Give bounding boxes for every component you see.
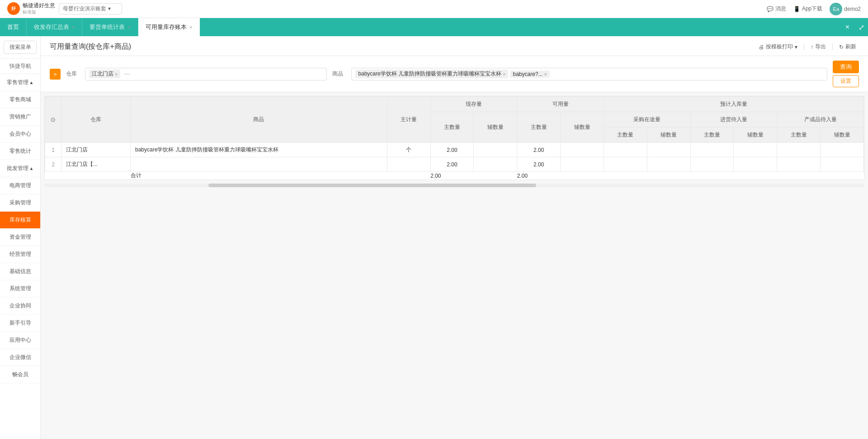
sidebar-item-app-center[interactable]: 应用中心: [0, 332, 40, 349]
chevron-down-icon: ▾: [108, 5, 111, 12]
divider: [804, 44, 804, 50]
product-tag-2-close[interactable]: ×: [544, 71, 547, 77]
filter-bar: » 仓库 江北门店 × ··· 商品 babycare学饮杯 儿童防摔防撞吸管杯…: [41, 56, 868, 92]
sidebar-item-system[interactable]: 系统管理: [0, 280, 40, 297]
tab-close-icon[interactable]: ×: [72, 24, 75, 30]
summary-stock-main: 2.00: [430, 172, 474, 180]
search-menu-btn[interactable]: 搜索菜单: [4, 41, 37, 54]
th-avail-group: 可用量: [517, 97, 604, 112]
logo-sub: 标准版: [23, 9, 55, 15]
data-table-container: ⚙ 仓库 商品 主计量 现存量 可用量 预计入库量 主数量 辅数量 主数量 辅数…: [44, 96, 864, 180]
sidebar-item-retail-mgmt[interactable]: 零售管理 ▲: [0, 74, 40, 91]
logo-text: 畅捷通好生意: [23, 2, 55, 9]
summary-label: 合计: [131, 172, 387, 180]
table-row: 1 江北门店 babycare学饮杯 儿童防摔防撞吸管杯重力球吸嘴杯宝宝水杯 个…: [45, 143, 864, 157]
sidebar-item-enterprise-wechat[interactable]: 企业微信: [0, 349, 40, 366]
logo-text-block: 畅捷通好生意 标准版: [23, 2, 55, 15]
sidebar-quick-nav[interactable]: 快捷导航: [0, 59, 40, 74]
summary-avail-aux: [561, 172, 604, 180]
sidebar-item-ecommerce[interactable]: 电商管理: [0, 177, 40, 194]
sidebar-item-operations[interactable]: 经营管理: [0, 246, 40, 263]
print-btn[interactable]: 🖨 按模板打印 ▾: [756, 42, 800, 52]
sidebar-item-vip[interactable]: 畅会员: [0, 366, 40, 383]
th-unit: 主计量: [387, 97, 430, 143]
tab-stock-summary[interactable]: 收发存汇总表 ×: [27, 18, 82, 36]
top-bar-right: 💬 消息 📱 App下载 Ea demo2: [767, 3, 861, 15]
th-warehouse: 仓库: [61, 97, 131, 143]
tab-available-stock[interactable]: 可用量库存账本 ×: [138, 18, 200, 36]
sidebar-item-retail-mall[interactable]: 零售商城: [0, 91, 40, 109]
row-product-1: babycare学饮杯 儿童防摔防撞吸管杯重力球吸嘴杯宝宝水杯: [131, 143, 387, 157]
row-stock-aux-1: [474, 143, 517, 157]
user-profile-btn[interactable]: Ea demo2: [830, 3, 861, 15]
warehouse-tag-text: 江北门店: [92, 70, 113, 78]
print-label: 按模板打印: [766, 43, 793, 51]
row-unit-2: [387, 157, 430, 172]
warehouse-filter-label: 仓库: [66, 70, 80, 78]
main-layout: 搜索菜单 快捷导航 零售管理 ▲ 零售商城 营销推广 会员中心 零售统计 批发管…: [0, 36, 868, 439]
sidebar-item-wholesale-mgmt[interactable]: 批发管理 ▲: [0, 160, 40, 177]
th-purchase-aux: 辅数量: [647, 127, 690, 143]
horizontal-scrollbar[interactable]: [44, 184, 864, 187]
filter-toggle-btn[interactable]: »: [50, 69, 61, 80]
row-incoming-aux-2: [734, 157, 777, 172]
row-stock-main-1: 2.00: [430, 143, 474, 157]
tab-order-stats[interactable]: 要货单统计表 ×: [82, 18, 138, 36]
sidebar-item-label: 营销推广: [9, 113, 31, 121]
sidebar-item-guide[interactable]: 新手引导: [0, 315, 40, 332]
sidebar-item-members[interactable]: 会员中心: [0, 126, 40, 143]
query-btn[interactable]: 查询: [833, 61, 859, 73]
settings-icon[interactable]: ⚙: [50, 116, 56, 123]
warehouse-tag-close[interactable]: ×: [115, 71, 118, 77]
message-icon: 💬: [767, 6, 774, 12]
tab-home[interactable]: 首页: [0, 18, 27, 36]
product-tag-1-close[interactable]: ×: [503, 71, 505, 77]
user-name: demo2: [844, 6, 861, 12]
export-btn[interactable]: ↑ 导出: [808, 42, 829, 52]
th-purchase-group: 采购在途量: [604, 112, 690, 127]
tab-order-stats-label: 要货单统计表: [90, 23, 125, 31]
close-all-tabs-btn[interactable]: ×: [840, 23, 855, 31]
sidebar-item-finance[interactable]: 资金管理: [0, 229, 40, 246]
scrollbar-thumb[interactable]: [208, 184, 537, 187]
warehouse-filter-input[interactable]: 江北门店 × ···: [85, 68, 327, 80]
expand-btn[interactable]: ⤢: [855, 23, 868, 32]
page-title: 可用量查询(按仓库+商品): [50, 42, 131, 52]
chevron-down-icon: ▾: [795, 44, 797, 50]
row-incoming-aux-1: [734, 143, 777, 157]
summary-row: 合计 2.00 2.00: [45, 172, 864, 180]
avatar-text: Ea: [833, 6, 839, 12]
product-tag-2: babycare?... ×: [510, 71, 549, 78]
print-icon: 🖨: [759, 44, 764, 50]
page-header: 可用量查询(按仓库+商品) 🖨 按模板打印 ▾ ↑ 导出 ↻ 刷新: [41, 36, 868, 56]
tab-close-icon[interactable]: ×: [127, 24, 130, 30]
th-incoming-aux: 辅数量: [734, 127, 777, 143]
filter-actions: 查询 设置: [833, 61, 859, 87]
app-download-btn[interactable]: 📱 App下载: [793, 5, 822, 13]
refresh-btn[interactable]: ↻ 刷新: [836, 42, 859, 52]
row-incoming-main-1: [690, 143, 734, 157]
sidebar-item-inventory[interactable]: 库存核算: [0, 212, 40, 229]
sidebar-item-label: 库存核算: [9, 216, 31, 224]
message-btn[interactable]: 💬 消息: [767, 5, 786, 13]
product-filter-input[interactable]: babycare学饮杯 儿童防摔防撞吸管杯重力球吸嘴杯宝宝水杯 × babyca…: [351, 68, 827, 80]
tab-close-icon[interactable]: ×: [189, 24, 192, 30]
row-avail-main-2: 2.00: [517, 157, 561, 172]
row-purchase-main-2: [604, 157, 647, 172]
template-selector[interactable]: 母婴行业演示账套 ▾: [59, 3, 122, 14]
sidebar-item-enterprise-collab[interactable]: 企业协同: [0, 297, 40, 315]
sidebar-item-basic-info[interactable]: 基础信息: [0, 263, 40, 280]
setting-btn[interactable]: 设置: [833, 75, 859, 87]
sidebar-item-retail-stats[interactable]: 零售统计: [0, 143, 40, 160]
page-actions: 🖨 按模板打印 ▾ ↑ 导出 ↻ 刷新: [756, 42, 859, 52]
row-avail-aux-2: [561, 157, 604, 172]
summary-unit: [387, 172, 430, 180]
app-download-label: App下载: [802, 5, 822, 13]
th-incoming-group: 进货待入量: [690, 112, 777, 127]
chevron-icon: ▲: [29, 166, 34, 171]
sidebar-item-purchase[interactable]: 采购管理: [0, 194, 40, 212]
sidebar-item-marketing[interactable]: 营销推广: [0, 109, 40, 126]
row-purchase-aux-2: [647, 157, 690, 172]
avatar: Ea: [830, 3, 842, 15]
warehouse-filter-dots[interactable]: ···: [124, 70, 130, 78]
